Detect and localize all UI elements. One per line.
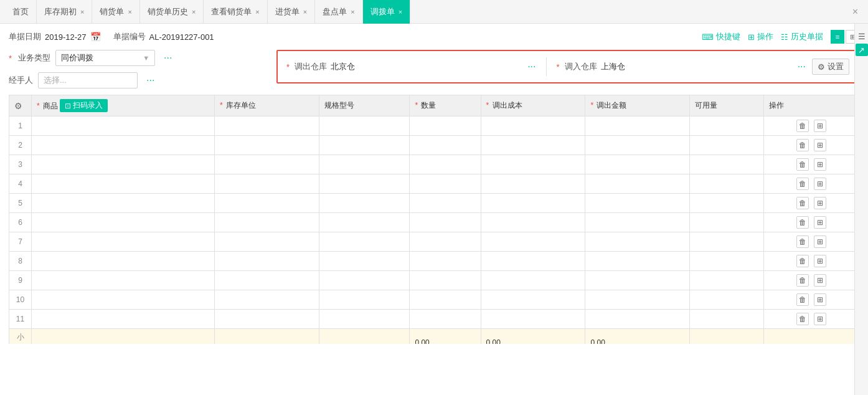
cell-spec[interactable] xyxy=(319,271,409,290)
cell-available[interactable] xyxy=(690,194,764,213)
cell-unit[interactable] xyxy=(215,155,319,174)
cell-product[interactable] xyxy=(32,136,215,155)
history-action[interactable]: ☷ 历史单据 xyxy=(781,31,823,42)
cell-spec[interactable] xyxy=(319,290,409,310)
cell-unit[interactable] xyxy=(215,136,319,155)
cell-qty[interactable] xyxy=(410,310,481,329)
cell-amount[interactable] xyxy=(585,310,690,329)
tab-view-sales[interactable]: 查看销货单 × xyxy=(204,0,267,24)
delete-icon[interactable]: 🗑 xyxy=(796,158,809,171)
tab-sales-order-close[interactable]: × xyxy=(128,8,131,16)
cell-amount[interactable] xyxy=(585,136,690,155)
cell-spec[interactable] xyxy=(319,155,409,174)
cell-cost[interactable] xyxy=(481,194,585,213)
cell-product[interactable] xyxy=(32,290,215,310)
copy-icon[interactable]: ⊞ xyxy=(814,313,826,325)
cell-available[interactable] xyxy=(690,232,764,252)
tab-sales-history[interactable]: 销货单历史 × xyxy=(140,0,204,24)
delete-icon[interactable]: 🗑 xyxy=(796,274,809,287)
cell-amount[interactable] xyxy=(585,232,690,252)
cell-available[interactable] xyxy=(690,136,764,155)
cell-available[interactable] xyxy=(690,155,764,174)
copy-icon[interactable]: ⊞ xyxy=(814,139,826,151)
cell-spec[interactable] xyxy=(319,136,409,155)
tab-purchase-order-close[interactable]: × xyxy=(303,8,307,16)
cell-product[interactable] xyxy=(32,271,215,290)
cell-qty[interactable] xyxy=(410,232,481,252)
cell-qty[interactable] xyxy=(410,290,481,310)
cell-qty[interactable] xyxy=(410,194,481,213)
manager-more[interactable]: ··· xyxy=(146,75,154,86)
cell-unit[interactable] xyxy=(215,232,319,252)
shortcut-action[interactable]: ⌨ 快捷键 xyxy=(702,31,740,42)
tab-inventory-count[interactable]: 盘点单 × xyxy=(315,0,362,24)
cell-unit[interactable] xyxy=(215,252,319,271)
copy-icon[interactable]: ⊞ xyxy=(814,293,826,306)
cell-unit[interactable] xyxy=(215,290,319,310)
calendar-icon[interactable]: 📅 xyxy=(90,32,101,42)
copy-icon[interactable]: ⊞ xyxy=(814,274,826,287)
delete-icon[interactable]: 🗑 xyxy=(796,313,809,325)
business-type-more[interactable]: ··· xyxy=(164,52,172,64)
transfer-in-more[interactable]: ··· xyxy=(798,61,806,72)
delete-icon[interactable]: 🗑 xyxy=(796,178,809,190)
copy-icon[interactable]: ⊞ xyxy=(814,178,826,190)
tab-transfer-order[interactable]: 调拨单 × xyxy=(363,0,410,24)
cell-cost[interactable] xyxy=(481,155,585,174)
cell-spec[interactable] xyxy=(319,194,409,213)
cell-product[interactable] xyxy=(32,194,215,213)
cell-unit[interactable] xyxy=(215,117,319,136)
cell-available[interactable] xyxy=(690,174,764,194)
cell-spec[interactable] xyxy=(319,213,409,232)
cell-unit[interactable] xyxy=(215,174,319,194)
cell-unit[interactable] xyxy=(215,213,319,232)
layout-btn-list[interactable]: ≡ xyxy=(831,30,844,44)
cell-qty[interactable] xyxy=(410,117,481,136)
settings-button[interactable]: ⚙ 设置 xyxy=(812,59,849,75)
copy-icon[interactable]: ⊞ xyxy=(814,197,826,209)
delete-icon[interactable]: 🗑 xyxy=(796,120,809,132)
delete-icon[interactable]: 🗑 xyxy=(796,139,809,151)
cell-available[interactable] xyxy=(690,290,764,310)
cell-cost[interactable] xyxy=(481,174,585,194)
th-gear[interactable]: ⚙ xyxy=(9,95,32,117)
cell-qty[interactable] xyxy=(410,252,481,271)
cell-unit[interactable] xyxy=(215,194,319,213)
scan-button[interactable]: ⊡ 扫码录入 xyxy=(60,99,108,112)
cell-available[interactable] xyxy=(690,252,764,271)
cell-qty[interactable] xyxy=(410,136,481,155)
copy-icon[interactable]: ⊞ xyxy=(814,255,826,267)
cell-available[interactable] xyxy=(690,271,764,290)
close-all-tabs[interactable]: × xyxy=(847,6,863,17)
tab-home[interactable]: 首页 xyxy=(5,0,37,24)
cell-amount[interactable] xyxy=(585,290,690,310)
cell-spec[interactable] xyxy=(319,232,409,252)
cell-amount[interactable] xyxy=(585,194,690,213)
operations-action[interactable]: ⊞ 操作 xyxy=(748,31,773,42)
cell-available[interactable] xyxy=(690,117,764,136)
cell-qty[interactable] xyxy=(410,271,481,290)
cell-amount[interactable] xyxy=(585,174,690,194)
cell-product[interactable] xyxy=(32,310,215,329)
copy-icon[interactable]: ⊞ xyxy=(814,158,826,171)
transfer-out-more[interactable]: ··· xyxy=(527,61,535,72)
cell-spec[interactable] xyxy=(319,117,409,136)
cell-amount[interactable] xyxy=(585,271,690,290)
cell-product[interactable] xyxy=(32,232,215,252)
cell-qty[interactable] xyxy=(410,174,481,194)
delete-icon[interactable]: 🗑 xyxy=(796,293,809,306)
cell-amount[interactable] xyxy=(585,252,690,271)
tab-purchase-order[interactable]: 进货单 × xyxy=(268,0,315,24)
tab-inventory-init-close[interactable]: × xyxy=(80,8,84,16)
gear-icon[interactable]: ⚙ xyxy=(14,101,22,111)
copy-icon[interactable]: ⊞ xyxy=(814,236,826,248)
cell-unit[interactable] xyxy=(215,271,319,290)
cell-product[interactable] xyxy=(32,252,215,271)
cell-spec[interactable] xyxy=(319,252,409,271)
cell-spec[interactable] xyxy=(319,174,409,194)
cell-cost[interactable] xyxy=(481,136,585,155)
cell-amount[interactable] xyxy=(585,213,690,232)
cell-product[interactable] xyxy=(32,117,215,136)
copy-icon[interactable]: ⊞ xyxy=(814,120,826,132)
delete-icon[interactable]: 🗑 xyxy=(796,197,809,209)
